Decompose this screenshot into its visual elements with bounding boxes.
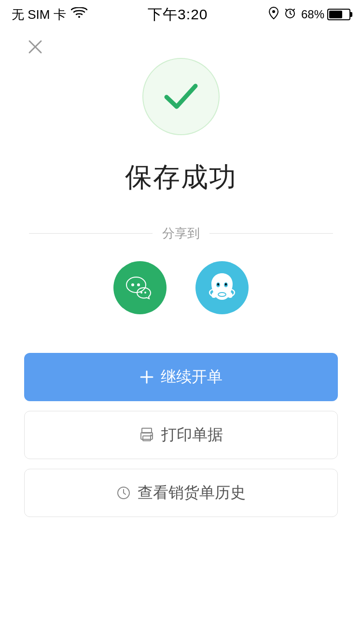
alarm-icon	[284, 7, 296, 22]
share-icons-row	[113, 261, 249, 314]
wechat-share-button[interactable]	[113, 261, 167, 314]
share-divider-row: 分享到	[0, 225, 362, 242]
svg-point-4	[126, 277, 146, 293]
share-section: 分享到	[0, 225, 362, 314]
wifi-icon	[71, 7, 87, 22]
main-content: 保存成功 分享到	[0, 29, 362, 517]
success-circle	[142, 58, 220, 135]
history-label: 查看销货单历史	[138, 482, 246, 504]
status-bar: 无 SIM 卡 下午3:20 68%	[0, 0, 362, 29]
svg-point-5	[131, 283, 134, 286]
divider-right	[209, 233, 333, 234]
status-carrier: 无 SIM 卡	[12, 6, 87, 23]
svg-point-0	[272, 10, 275, 13]
divider-left	[29, 233, 153, 234]
continue-label: 继续开单	[161, 366, 223, 388]
success-title: 保存成功	[125, 159, 237, 196]
checkmark-icon	[159, 74, 203, 119]
clock-icon	[116, 486, 131, 500]
actions-section: 继续开单 打印单据 查看销货单历史	[0, 353, 362, 517]
battery-icon	[327, 9, 350, 20]
svg-point-12	[225, 283, 227, 286]
location-icon	[268, 7, 279, 22]
svg-point-19	[150, 434, 152, 436]
battery-percent: 68%	[301, 8, 324, 21]
print-button[interactable]: 打印单据	[24, 411, 338, 459]
continue-button[interactable]: 继续开单	[24, 353, 338, 401]
battery-indicator: 68%	[301, 8, 350, 21]
svg-point-11	[217, 283, 219, 286]
close-button[interactable]	[23, 35, 47, 59]
wechat-icon	[125, 275, 154, 300]
printer-icon	[139, 428, 154, 442]
svg-point-6	[137, 283, 140, 286]
plus-icon	[139, 370, 154, 384]
carrier-text: 无 SIM 卡	[12, 6, 66, 23]
share-label: 分享到	[153, 225, 209, 242]
svg-point-7	[140, 292, 142, 294]
qq-icon	[208, 271, 236, 304]
print-label: 打印单据	[161, 424, 223, 446]
svg-rect-18	[143, 436, 151, 441]
svg-point-8	[144, 292, 146, 294]
status-time: 下午3:20	[148, 5, 208, 25]
history-button[interactable]: 查看销货单历史	[24, 469, 338, 517]
qq-share-button[interactable]	[195, 261, 249, 314]
status-icons: 68%	[268, 7, 350, 22]
